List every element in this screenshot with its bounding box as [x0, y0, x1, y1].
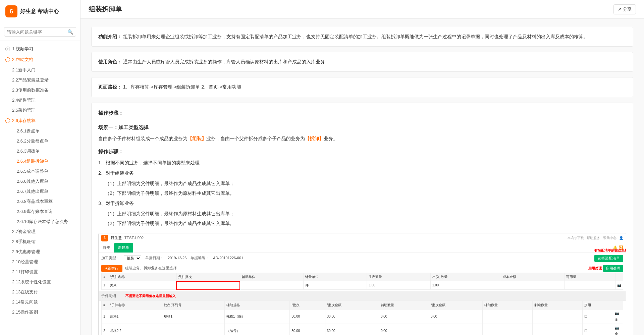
mock-icons: ⚖ App下载 帮助服务 帮助中心 👤 [568, 235, 623, 241]
sidebar-item-2-1[interactable]: 2.1新手入门 [0, 65, 80, 75]
screenshot-container: 6 好生意 TEST-H002 ⚖ App下载 帮助服务 帮助中心 👤 自费 新… [98, 233, 626, 335]
logo-icon: 6 [5, 5, 17, 17]
ops-title: 操作步骤： [98, 108, 626, 117]
main-area: 组装拆卸单 ↗ 分享 功能介绍： 组装拆卸单用来处理企业组装或拆卸等加工业务，支… [80, 0, 644, 335]
sidebar-item-2-label: 2.帮助文档 [12, 57, 75, 63]
sidebar-subitems-2: 2.1新手入门 2.2产品安装及登录 2.3使用前数据准备 2.4销售管理 2.… [0, 65, 80, 317]
intro-box: 功能介绍： 组装拆卸单用来处理企业组装或拆卸等加工业务，支持有固定装配清单的产品… [91, 27, 633, 47]
mock-app-nav: 自费 新建单 🔔 🔁 [99, 243, 626, 253]
path-label: 页面路径： [98, 84, 122, 90]
mock-annotation-usage: 启用处理 [588, 265, 602, 271]
share-button[interactable]: ↗ 分享 [613, 4, 636, 14]
mock-btn-add-row[interactable]: +新增行 [101, 265, 122, 272]
search-icon[interactable]: 🔍 [67, 29, 73, 35]
step-2: 2、对于组装业务 [98, 169, 626, 177]
step-3: 3、对于拆卸业务 [98, 199, 626, 208]
sidebar-item-2-4[interactable]: 2.4销售管理 [0, 95, 80, 105]
sidebar-item-2-10[interactable]: 2.10经营管理 [0, 257, 80, 267]
sidebar-item-2-5[interactable]: 2.5采购管理 [0, 105, 80, 115]
role-text: 通常由生产人员或库管人员完成拆装业务的操作，库管人员确认原材料的出库和产成品的入… [123, 59, 325, 64]
sidebar-item-2-6-4[interactable]: 2.6.4组装拆卸单 [0, 156, 80, 166]
sidebar-item-2-6-8[interactable]: 2.6.8商品成本重算 [0, 197, 80, 207]
step-3-2: （2）下部明细为子件明细，最终作为产成品生成其它入库单。 [105, 219, 626, 228]
mock-title: 好生意 [111, 235, 122, 241]
sidebar-item-2-7[interactable]: 2.7资金管理 [0, 227, 80, 237]
intro-text: 组装拆卸单用来处理企业组装或拆卸等加工业务，支持有固定装配清单的产品加工业务，也… [123, 34, 588, 39]
search-box[interactable]: 🔍 [4, 27, 76, 37]
sidebar-item-2-6-10[interactable]: 2.6.10库存账本错了怎么办 [0, 217, 80, 227]
mock-form-date: 2019-12-26 [168, 255, 186, 262]
mock-child-table: # *子件名称 批次/序列号 辅助规格 *批次 *批次金额 辅助数量 *批次金额… [101, 301, 623, 335]
search-area: 🔍 [0, 23, 80, 41]
sidebar: 6 好生意 帮助中心 🔍 + 1.视频学习 - 2.帮助文档 2.1新手入门 2… [0, 0, 80, 335]
sidebar-item-2[interactable]: - 2.帮助文档 2.1新手入门 2.2产品安装及登录 2.3使用前数据准备 2… [0, 54, 80, 317]
collapse-icon-2-6: - [5, 118, 10, 123]
sidebar-item-2-3[interactable]: 2.3使用前数据准备 [0, 85, 80, 95]
sidebar-item-2-6-3[interactable]: 2.6.3调拨单 [0, 146, 80, 156]
sidebar-item-2-6[interactable]: - 2.6库存核算 2.6.1盘点单 2.6.2分量盘点单 2.6.3调拨单 2… [0, 115, 80, 227]
mock-form-no: AD-20191226-001 [213, 255, 243, 262]
share-label: 分享 [623, 6, 632, 12]
step-3-1: （1）上部明细为父件明细，最终作为原材料生成其它出库单； [105, 210, 626, 218]
mock-nav-new[interactable]: 新建单 [114, 243, 133, 253]
mock-child-table-container: # *子件名称 批次/序列号 辅助规格 *批次 *批次金额 辅助数量 *批次金额… [99, 301, 626, 335]
mock-form-note: 组装业务、拆卸业务在这里选择 [125, 265, 177, 272]
sidebar-item-2-6-6[interactable]: 2.6.6其他入库单 [0, 176, 80, 186]
sidebar-item-2-6-2[interactable]: 2.6.2分量盘点单 [0, 136, 80, 146]
sidebar-item-2-2[interactable]: 2.2产品安装及登录 [0, 75, 80, 85]
step-list: 1、根据不同的业务，选择不同单据的类型来处理 2、对于组装业务 （1）上部明细为… [98, 159, 626, 228]
mock-parent-table-container: # *父件名称 父件批次 辅助单位 计量单位 生产数量 出/入 数量 成本金额 … [99, 273, 626, 291]
mock-parent-table: # *父件名称 父件批次 辅助单位 计量单位 生产数量 出/入 数量 成本金额 … [101, 273, 623, 290]
table-row: 1 关米 件 1.00 1.00 📷 [102, 281, 623, 290]
sidebar-item-1[interactable]: + 1.视频学习 [0, 44, 80, 54]
intro-label: 功能介绍： [98, 34, 122, 39]
sidebar-item-2-9[interactable]: 2.9优惠券管理 [0, 247, 80, 257]
mock-logo-icon: 6 [101, 235, 108, 241]
sidebar-item-2-6-5[interactable]: 2.6.5成本调整单 [0, 166, 80, 176]
sidebar-item-2-6-1[interactable]: 2.6.1盘点单 [0, 126, 80, 136]
scene-title: 场景一：加工类型选择 [98, 123, 626, 132]
sidebar-item-2-6-7[interactable]: 2.6.7其他出库单 [0, 186, 80, 197]
logo-text: 好生意 帮助中心 [20, 8, 59, 15]
sidebar-item-2-8[interactable]: 2.8手机旺铺 [0, 237, 80, 247]
mock-titlebar: 6 好生意 TEST-H002 ⚖ App下载 帮助服务 帮助中心 👤 [99, 233, 626, 243]
annotation-1: 有装配清单的在这里处理 [594, 247, 626, 254]
mock-section-select: +新增行 组装业务、拆卸业务在这里选择 启用处理 启用处理 [99, 264, 626, 273]
content-area: 功能介绍： 组装拆卸单用来处理企业组装或拆卸等加工业务，支持有固定装配清单的产品… [80, 19, 644, 335]
sidebar-item-2-11[interactable]: 2.11打印设置 [0, 267, 80, 277]
sidebar-item-2-13[interactable]: 2.13在线支付 [0, 287, 80, 297]
mock-btn-select-bom[interactable]: 选择装配清单 [594, 255, 623, 262]
sidebar-item-2-14[interactable]: 2.14常见问题 [0, 297, 80, 307]
ops-box: 操作步骤： 场景一：加工类型选择 当由多个子件材料组装成一个成品的业务为【组装】… [91, 103, 633, 335]
path-box: 页面路径： 1、库存核算->库存管理->组装拆卸单 2、首页->常用功能 [91, 77, 633, 97]
share-icon: ↗ [618, 7, 622, 12]
mock-app: 6 好生意 TEST-H002 ⚖ App下载 帮助服务 帮助中心 👤 自费 新… [99, 233, 626, 335]
sidebar-item-2-12[interactable]: 2.12系统个性化设置 [0, 277, 80, 287]
sidebar-item-2-6-9[interactable]: 2.6.9库存账本查询 [0, 207, 80, 217]
mock-nav-home[interactable]: 自费 [99, 243, 114, 253]
mock-sub-section-header: 子件明细 不需要进不同组值在这里重新输入 [99, 291, 626, 301]
sub-step-list-2: （1）上部明细为父件明细，最终作为产成品生成其它入库单； （2）下部明细为子件明… [98, 179, 626, 198]
role-box: 使用角色： 通常由生产人员或库管人员完成拆装业务的操作，库管人员确认原材料的出库… [91, 52, 633, 72]
expand-icon-1: + [5, 47, 10, 51]
table-row: 1 规格1 规格1 规格1（编） 30.00 30.00 0.00 0.00 [102, 309, 623, 324]
collapse-icon-2: - [5, 57, 10, 62]
step-1: 1、根据不同的业务，选择不同单据的类型来处理 [98, 159, 626, 167]
scene-desc: 当由多个子件材料组装成一个成品的业务为【组装】业务，当由一个父件拆分成多个子产品… [98, 134, 626, 143]
sidebar-item-2-15[interactable]: 2.15操作案例 [0, 307, 80, 317]
mock-form-area: 加工类型： 组装 拆卸 单据日期： 2019-12-26 单据编号： AD-20… [99, 253, 626, 264]
mock-form-no-label: 单据编号： [191, 255, 209, 262]
annotation-4: 不需要进不同组值在这里重新输入 [125, 293, 176, 299]
top-bar: 组装拆卸单 ↗ 分享 [80, 0, 644, 19]
sub-step-list-3: （1）上部明细为父件明细，最终作为原材料生成其它出库单； （2）下部明细为子件明… [98, 210, 626, 228]
ops-steps-title: 操作步骤： [98, 147, 626, 156]
table-row: 2 规格2 2 （编号） 30.00 30.00 0.00 [102, 324, 623, 335]
step-2-2: （2）下部明细为子件明细，最终作为原材料生成其它出库单。 [105, 189, 626, 198]
sidebar-item-1-label: 1.视频学习 [12, 46, 75, 52]
page-title: 组装拆卸单 [89, 5, 122, 14]
mock-btn-enable[interactable]: 启用处理 [603, 265, 623, 272]
search-input[interactable] [7, 30, 67, 35]
nav-tree: + 1.视频学习 - 2.帮助文档 2.1新手入门 2.2产品安装及登录 2.3… [0, 41, 80, 320]
logo-area: 6 好生意 帮助中心 [0, 0, 80, 23]
mock-form-type-select[interactable]: 组装 拆卸 [124, 255, 141, 261]
